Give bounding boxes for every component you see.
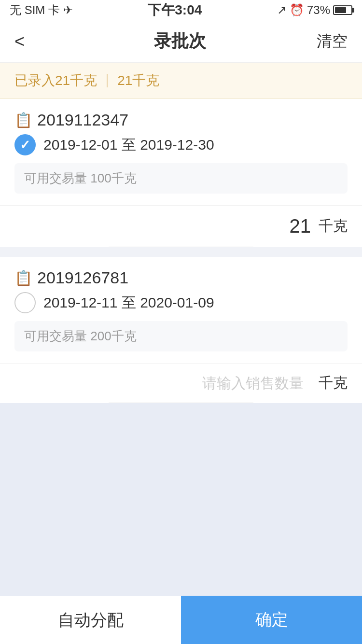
radio-2[interactable] bbox=[14, 292, 36, 313]
nav-bar: < 录批次 清空 bbox=[0, 20, 362, 63]
status-right: ↗ ⏰ 73% bbox=[277, 3, 352, 17]
card2-header: 📋 2019126781 bbox=[14, 268, 348, 287]
batch-id-2: 2019126781 bbox=[37, 268, 128, 287]
card1-qty-row: 21 千克 bbox=[0, 205, 362, 247]
page-title: 录批次 bbox=[154, 29, 206, 53]
status-left: 无 SIM 卡 ✈ bbox=[10, 2, 73, 18]
doc-icon-1: 📋 bbox=[14, 112, 32, 128]
card1-avail-box: 可用交易量 100千克 bbox=[14, 163, 348, 194]
card2-qty-unit: 千克 bbox=[319, 373, 348, 393]
batch-card-2: 📋 2019126781 2019-12-11 至 2020-01-09 可用交… bbox=[0, 257, 362, 403]
card1-qty-unit: 千克 bbox=[319, 216, 348, 236]
confirm-button[interactable]: 确定 bbox=[181, 596, 362, 644]
battery-percent: 73% bbox=[307, 3, 330, 17]
card1-qty-value: 21 bbox=[290, 215, 311, 237]
card2-avail-box: 可用交易量 200千克 bbox=[14, 321, 348, 351]
status-time: 下午3:04 bbox=[148, 1, 202, 19]
card2-qty-input-row: 千克 bbox=[0, 363, 362, 403]
auto-distribute-button[interactable]: 自动分配 bbox=[0, 596, 181, 644]
radio-1[interactable] bbox=[14, 134, 36, 155]
card2-inner: 📋 2019126781 2019-12-11 至 2020-01-09 可用交… bbox=[0, 257, 362, 363]
card2-date-row[interactable]: 2019-12-11 至 2020-01-09 bbox=[14, 292, 348, 313]
batch-card-1: 📋 2019112347 2019-12-01 至 2019-12-30 可用交… bbox=[0, 99, 362, 247]
info-divider bbox=[107, 74, 108, 87]
card2-avail: 可用交易量 200千克 bbox=[24, 329, 137, 343]
card1-avail: 可用交易量 100千克 bbox=[24, 171, 137, 185]
card1-inner: 📋 2019112347 2019-12-01 至 2019-12-30 可用交… bbox=[0, 99, 362, 205]
location-icon: ↗ bbox=[277, 3, 287, 17]
card1-date-row[interactable]: 2019-12-01 至 2019-12-30 bbox=[14, 134, 348, 155]
recorded-value: 21千克 bbox=[117, 71, 159, 90]
card1-date: 2019-12-01 至 2019-12-30 bbox=[43, 135, 214, 155]
info-banner: 已录入21千克 21千克 bbox=[0, 63, 362, 99]
recorded-label: 已录入21千克 bbox=[14, 71, 97, 90]
bottom-bar: 自动分配 确定 bbox=[0, 596, 362, 644]
card1-header: 📋 2019112347 bbox=[14, 111, 348, 129]
sim-status: 无 SIM 卡 ✈ bbox=[10, 2, 73, 18]
section-separator bbox=[0, 247, 362, 257]
doc-icon-2: 📋 bbox=[14, 269, 32, 286]
alarm-icon: ⏰ bbox=[290, 3, 304, 17]
back-button[interactable]: < bbox=[14, 31, 43, 52]
status-bar: 无 SIM 卡 ✈ 下午3:04 ↗ ⏰ 73% bbox=[0, 0, 362, 20]
qty-input-field[interactable] bbox=[14, 375, 311, 392]
batch-id-1: 2019112347 bbox=[37, 111, 128, 129]
clear-button[interactable]: 清空 bbox=[317, 31, 348, 52]
card2-date: 2019-12-11 至 2020-01-09 bbox=[43, 293, 214, 313]
battery-icon bbox=[333, 5, 352, 15]
